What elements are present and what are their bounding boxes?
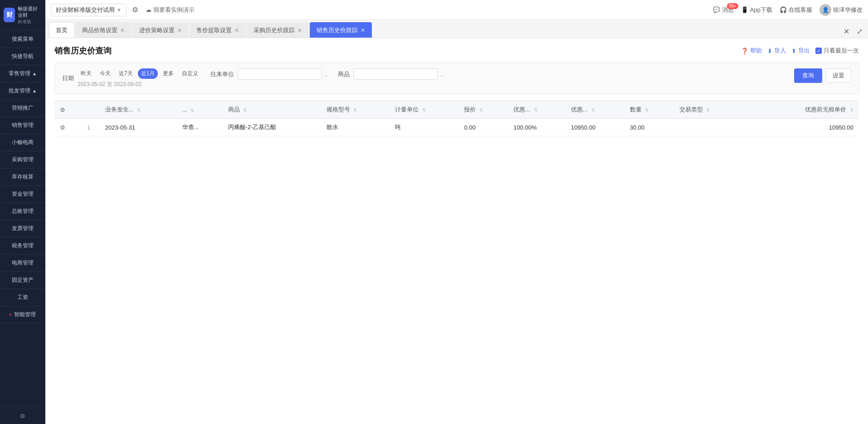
assets-label: 固定资产 [12, 276, 34, 284]
product-ellipsis[interactable]: ... [439, 71, 444, 77]
date-btn-7days[interactable]: 近7天 [116, 68, 136, 79]
tabbar: 首页 商品价格设置 ✕ 进价策略设置 ✕ 售价提取设置 ✕ 采购历史价跟踪 ✕ … [45, 20, 868, 38]
cell-spec: 散水 [321, 119, 390, 136]
sidebar-item-retail[interactable]: 零售管理 ▲ [0, 65, 45, 82]
product-input[interactable] [353, 68, 438, 80]
wholesale-label: 批发管理 [9, 87, 30, 95]
date-btn-today[interactable]: 今天 [97, 68, 114, 79]
sidebar-item-sales[interactable]: 销售管理 [0, 117, 45, 134]
tab-purchase-history[interactable]: 采购历史价跟踪 ✕ [247, 22, 309, 38]
sidebar-item-accounting[interactable]: 总账管理 [0, 203, 45, 220]
tab-sale-price[interactable]: 售价提取设置 ✕ [190, 22, 246, 38]
date-btn-custom[interactable]: 自定义 [179, 68, 201, 79]
main-area: 好业财标准版交付试用 ▼ ⚙ ☁ 我要看实例演示 💬 消息 99+ 📱 App下… [45, 0, 868, 424]
filter-row: 日期 昨天 今天 近7天 近1月 更多 自定义 2023-05-02 至 202… [54, 63, 859, 94]
sidebar-item-marketing[interactable]: 营销推广 [0, 100, 45, 117]
topbar-settings-icon[interactable]: ⚙ [130, 4, 140, 16]
ecommerce-label: 电商管理 [12, 259, 34, 267]
sidebar-item-invoice[interactable]: 发票管理 [0, 220, 45, 237]
setting-button[interactable]: 设置 [826, 68, 851, 83]
finance-label: 资金管理 [12, 190, 34, 198]
col-quote-header[interactable]: 报价 ⇅ [458, 101, 508, 119]
sidebar-item-tax[interactable]: 税务管理 [0, 237, 45, 255]
help-button[interactable]: ❓ 帮助 [741, 47, 762, 55]
online-service-button[interactable]: 🎧 在线客服 [780, 6, 812, 14]
message-button[interactable]: 💬 消息 99+ [713, 6, 734, 14]
col-discount1-label: 优惠... [513, 106, 530, 113]
user-profile-button[interactable]: 👤 徐泽华修改 [819, 4, 863, 16]
tab-purchase-strategy-close[interactable]: ✕ [177, 27, 182, 34]
col-business-date-header[interactable]: 业务发生... ⇅ [100, 101, 177, 119]
tab-purchase-history-close[interactable]: ✕ [297, 27, 302, 34]
version-select[interactable]: 好业财标准版交付试用 ▼ [51, 4, 127, 16]
table-header-row: ⚙ 业务发生... ⇅ ... ⇅ 商品 ⇅ [54, 101, 859, 119]
sidebar-item-ecommerce[interactable]: 电商管理 [0, 255, 45, 272]
sidebar-item-assets[interactable]: 固定资产 [0, 272, 45, 289]
tab-expand-button[interactable]: ⤢ [855, 25, 864, 38]
sidebar-item-ecommerce-small[interactable]: 小畅电商 [0, 134, 45, 151]
date-btn-yesterday[interactable]: 昨天 [78, 68, 95, 79]
sidebar-item-smart[interactable]: 智能管理 [0, 306, 45, 323]
tab-home[interactable]: 首页 [49, 22, 74, 38]
sidebar-search[interactable]: 搜索菜单 [0, 31, 45, 48]
col-pretax-header[interactable]: 优惠前无税单价 ⇅ [761, 101, 859, 119]
col-settings-gear-icon[interactable]: ⚙ [60, 106, 65, 113]
date-btn-1month[interactable]: 近1月 [138, 68, 158, 79]
col-product-header[interactable]: 商品 ⇅ [223, 101, 321, 119]
sidebar-item-purchase[interactable]: 采购管理 [0, 151, 45, 169]
query-button[interactable]: 查询 [794, 68, 822, 83]
col-discount2-header[interactable]: 优惠... ⇅ [566, 101, 624, 119]
col-discount2-label: 优惠... [571, 106, 588, 113]
tab-sales-history[interactable]: 销售历史价跟踪 ✕ [310, 22, 372, 38]
cell-more: 华查... [177, 119, 223, 136]
sidebar-item-inventory[interactable]: 库存核算 [0, 169, 45, 186]
tab-sales-history-close[interactable]: ✕ [361, 27, 365, 34]
tab-close-window-button[interactable]: ✕ [842, 25, 851, 38]
last-only-checkbox-label[interactable]: ✓ 只看最后一次 [815, 47, 859, 55]
retail-label: 零售管理 [9, 70, 30, 77]
tab-sale-price-close[interactable]: ✕ [234, 27, 239, 34]
cell-discount2: 10950.00 [566, 119, 624, 136]
last-only-checkbox[interactable]: ✓ [815, 48, 822, 54]
tab-purchase-history-label: 采购历史价跟踪 [254, 26, 295, 34]
demo-icon: ☁ [146, 6, 151, 13]
sidebar-item-quick-nav[interactable]: 快捷导航 [0, 48, 45, 65]
source-unit-ellipsis[interactable]: ... [324, 71, 329, 77]
col-spec-header[interactable]: 规格型号 ⇅ [321, 101, 390, 119]
date-btn-more[interactable]: 更多 [160, 68, 177, 79]
sidebar-settings-button[interactable]: ⚙ [0, 408, 45, 424]
col-discount1-header[interactable]: 优惠... ⇅ [508, 101, 566, 119]
col-transaction-header[interactable]: 交易类型 ⇅ [674, 101, 743, 119]
col-more-header[interactable]: ... ⇅ [177, 101, 223, 119]
sidebar-item-finance[interactable]: 资金管理 [0, 186, 45, 203]
sidebar-item-wholesale[interactable]: 批发管理 ▲ [0, 82, 45, 100]
online-service-icon: 🎧 [780, 6, 787, 13]
col-transaction-label: 交易类型 [679, 106, 703, 113]
export-button[interactable]: ⬆ 导出 [791, 47, 810, 55]
row-settings-icon[interactable]: ⚙ [60, 124, 65, 131]
col-unit-header[interactable]: 计量单位 ⇅ [390, 101, 458, 119]
tab-product-price[interactable]: 商品价格设置 ✕ [75, 22, 132, 38]
page-actions: ❓ 帮助 ⬇ 导入 ⬆ 导出 ✓ 只看最后一次 [741, 47, 859, 55]
tab-product-price-label: 商品价格设置 [82, 26, 117, 34]
tab-sale-price-label: 售价提取设置 [196, 26, 232, 34]
sidebar-item-payroll[interactable]: 工资 [0, 289, 45, 306]
date-filter-label: 日期 [62, 74, 74, 82]
col-quantity-header[interactable]: 数量 ⇅ [624, 101, 674, 119]
filter-actions: 查询 设置 [794, 68, 851, 83]
marketing-label: 营销推广 [12, 104, 34, 112]
demo-link[interactable]: ☁ 我要看实例演示 [146, 6, 195, 14]
source-unit-input[interactable] [238, 68, 322, 80]
col-spec-sort: ⇅ [353, 107, 357, 112]
tab-sales-history-label: 销售历史价跟踪 [317, 26, 358, 34]
col-index-header [82, 101, 100, 119]
tab-purchase-strategy[interactable]: 进价策略设置 ✕ [132, 22, 189, 38]
version-select-text: 好业财标准版交付试用 [56, 6, 115, 14]
import-button[interactable]: ⬇ 导入 [767, 47, 786, 55]
cell-quote: 0.00 [458, 119, 508, 136]
tab-product-price-close[interactable]: ✕ [120, 27, 125, 34]
app-download-button[interactable]: 📱 App下载 [741, 6, 772, 14]
cell-business-date: 2023-05-31 [100, 119, 177, 136]
tab-purchase-strategy-label: 进价策略设置 [139, 26, 175, 34]
col-unit-sort: ⇅ [422, 107, 426, 112]
